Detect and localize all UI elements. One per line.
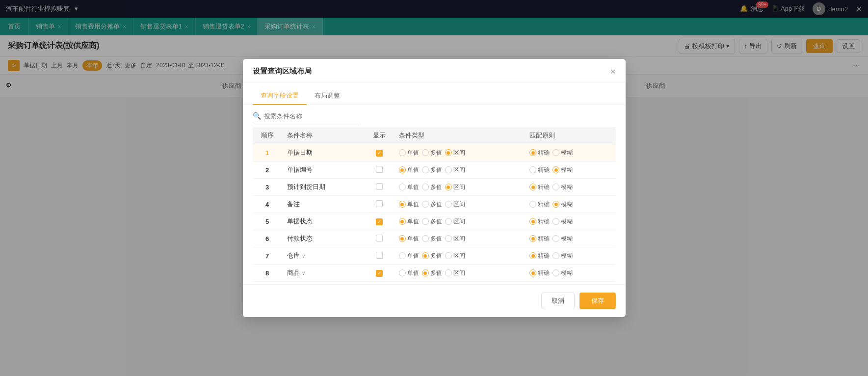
dialog-header: 设置查询区域布局 × xyxy=(243,59,626,82)
modal-overlay: 设置查询区域布局 × 查询字段设置 布局调整 🔍 顺序 条件名称 xyxy=(0,0,868,98)
tab-layout-adjust[interactable]: 布局调整 xyxy=(307,87,348,98)
settings-dialog: 设置查询区域布局 × 查询字段设置 布局调整 🔍 顺序 条件名称 xyxy=(243,59,626,98)
tab-field-settings[interactable]: 查询字段设置 xyxy=(253,87,307,98)
dialog-tabs: 查询字段设置 布局调整 xyxy=(243,82,626,98)
dialog-close-button[interactable]: × xyxy=(610,67,616,76)
dialog-title: 设置查询区域布局 xyxy=(253,67,312,76)
